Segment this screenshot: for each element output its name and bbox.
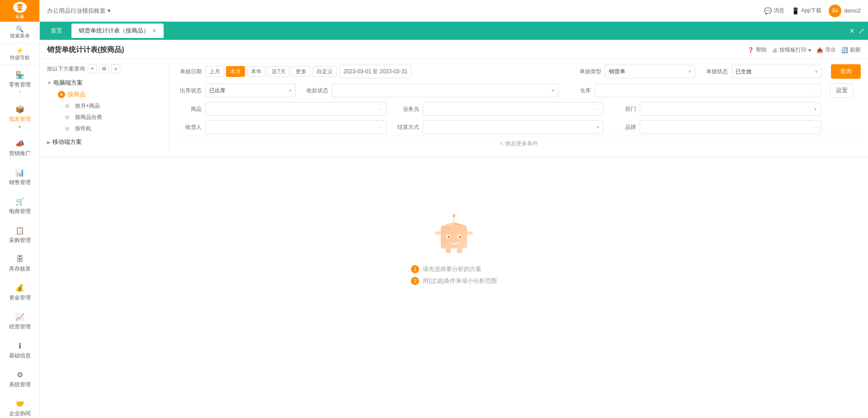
scheme-settings-btn[interactable]: ⚙: [99, 64, 108, 73]
sidebar-item-operation[interactable]: 📈 经营管理: [0, 307, 39, 336]
tab-close-stats[interactable]: ✕: [152, 28, 156, 34]
refresh-icon: 🔄: [841, 47, 848, 53]
message-icon: 💬: [764, 7, 772, 14]
doc-type-input[interactable]: 销货单 ▾: [605, 65, 695, 78]
scheme-tree: ▼ 电脑端方案 ● 按商品 ⊞ 按月+商品 ⊞: [47, 77, 163, 148]
tab-maximize-btn[interactable]: ⤢: [859, 27, 864, 35]
doc-status-dropdown-icon: ▾: [815, 69, 818, 75]
salesperson-more-icon: ···: [595, 106, 599, 112]
sales-icon: 📊: [15, 168, 24, 177]
subitem-icon-1: ⊞: [65, 103, 72, 109]
logo-text: 标赢: [15, 14, 24, 20]
filter-fields-panel: 单据日期 上月 本月 本年 近7天 更多 自定义 2023-: [169, 64, 861, 151]
svg-rect-5: [446, 248, 451, 253]
tab-close-window-btn[interactable]: ✕: [849, 27, 855, 35]
scheme-item-by-driver[interactable]: ⊞ 按司机: [47, 123, 163, 134]
sidebar-item-retail[interactable]: 🏪 零售管理 ▼: [0, 65, 39, 100]
filter-row-2: 出库状态 已出库 ▾ 收款状态 ▾ 仓库 ···: [176, 83, 861, 98]
scheme-group-mobile: ▶ 移动端方案: [47, 136, 163, 148]
page-content: 销货单统计计表(按商品) ❓ 帮助 🖨 按模板打印 ▾ 📤 导出 🔄 刷新: [40, 40, 868, 418]
date-shortcuts: 上月 本月 本年 近7天 更多 自定义: [205, 66, 337, 77]
industry-title: 办公用品行业模拟账套 ▾: [47, 7, 111, 15]
tabbar: 首页 销货单统计计表（按商品） ✕ ✕ ⤢: [40, 22, 868, 40]
receipt-status-label: 收款状态: [303, 87, 328, 95]
empty-tips: 1 请先选择要分析的方案 2 用[过滤]条件来缩小分析范围: [411, 265, 496, 285]
scheme-item-by-month-product[interactable]: ⊞ 按月+商品: [47, 100, 163, 112]
sidebar-item-purchase[interactable]: 📋 采购管理: [0, 221, 39, 250]
settlement-input[interactable]: ▾: [423, 120, 604, 134]
warehouse-label: 仓库: [566, 87, 591, 95]
page-actions: ❓ 帮助 🖨 按模板打印 ▾ 📤 导出 🔄 刷新: [747, 46, 861, 54]
tip-num-1: 1: [411, 265, 419, 273]
collab-icon: 🤝: [15, 399, 24, 408]
sidebar-item-marketing[interactable]: 📣 营销推广: [0, 134, 39, 163]
tab-home[interactable]: 首页: [43, 24, 70, 38]
warehouse-input[interactable]: ···: [594, 84, 821, 97]
empty-tip-1: 1 请先选择要分析的方案: [411, 265, 496, 273]
sidebar-item-inventory[interactable]: 🗄 库存核算: [0, 250, 39, 278]
sidebar-search-menu[interactable]: 🔍 搜索菜单: [0, 22, 39, 43]
user-profile-btn[interactable]: Ea demo2: [829, 5, 861, 17]
mobile-group-caret: ▶: [47, 140, 51, 145]
export-icon: 📤: [816, 47, 823, 53]
sidebar-quick-nav[interactable]: ⚡ 快捷导航: [0, 43, 39, 65]
print-btn[interactable]: 🖨 按模板打印 ▾: [772, 46, 811, 54]
messages-btn[interactable]: 💬 消息: [764, 7, 784, 14]
svg-point-10: [453, 214, 456, 218]
out-status-input[interactable]: 已出库 ▾: [205, 84, 296, 97]
settings-btn[interactable]: 设置: [830, 83, 854, 98]
salesperson-label: 业务员: [394, 105, 419, 113]
date-value[interactable]: 2023-03-01 至 2023-03-31: [340, 65, 412, 78]
scheme-group-pc-header[interactable]: ▼ 电脑端方案: [47, 77, 163, 89]
collapse-conditions-btn[interactable]: ∧ 收起更多条件: [176, 136, 861, 151]
date-shortcut-7days[interactable]: 近7天: [268, 66, 290, 77]
topbar: 办公用品行业模拟账套 ▾ 💬 消息 📱 App下载 Ea demo2: [40, 0, 868, 22]
doc-status-input[interactable]: 已生效 ▾: [731, 65, 822, 78]
sidebar-item-wholesale[interactable]: 📦 批发管理 ▲: [0, 100, 39, 134]
refresh-btn[interactable]: 🔄 刷新: [841, 46, 861, 54]
scheme-group-mobile-header[interactable]: ▶ 移动端方案: [47, 136, 163, 148]
out-status-label: 出库状态: [176, 87, 202, 95]
date-shortcut-more[interactable]: 更多: [292, 66, 311, 77]
pc-group-caret: ▼: [47, 81, 52, 86]
date-shortcut-this-month[interactable]: 本月: [226, 66, 245, 77]
svg-rect-0: [441, 226, 467, 248]
date-shortcut-last-month[interactable]: 上月: [205, 66, 224, 77]
receipt-status-input[interactable]: ▾: [332, 84, 558, 97]
query-btn[interactable]: 查询: [831, 64, 861, 79]
topbar-right: 💬 消息 📱 App下载 Ea demo2: [764, 5, 861, 17]
help-btn[interactable]: ❓ 帮助: [747, 46, 767, 54]
sidebar-item-finance[interactable]: 💰 资金管理: [0, 278, 39, 307]
sidebar-item-ecommerce[interactable]: 🛒 电商管理: [0, 192, 39, 221]
empty-illustration: [431, 211, 476, 256]
date-shortcut-custom[interactable]: 自定义: [312, 66, 337, 77]
print-dropdown-icon: ▾: [808, 47, 811, 53]
scheme-add-btn[interactable]: +: [88, 64, 97, 73]
sidebar-item-collab[interactable]: 🤝 企业协同: [0, 394, 39, 418]
sidebar-menu: 🏪 零售管理 ▼ 📦 批发管理 ▲ 📣 营销推广 📊 销售管理 🛒 电商管理 📋…: [0, 65, 39, 418]
scheme-item-by-product[interactable]: ● 按商品: [47, 89, 163, 100]
product-input[interactable]: ···: [205, 102, 387, 116]
brand-input[interactable]: ···: [640, 120, 821, 134]
sidebar-item-basic[interactable]: ℹ 基础信息: [0, 336, 39, 365]
export-btn[interactable]: 📤 导出: [816, 46, 836, 54]
department-input[interactable]: ▾: [640, 102, 821, 116]
ecommerce-icon: 🛒: [15, 197, 24, 206]
date-label: 单据日期: [176, 68, 202, 76]
logo-icon: [13, 2, 27, 13]
scheme-group-pc: ▼ 电脑端方案 ● 按商品 ⊞ 按月+商品 ⊞: [47, 77, 163, 134]
receiver-label: 收货人: [176, 124, 202, 131]
doc-type-dropdown-icon: ▾: [689, 69, 691, 75]
tab-stats[interactable]: 销货单统计计表（按商品） ✕: [71, 24, 164, 38]
sidebar-item-system[interactable]: ⚙ 系统管理: [0, 365, 39, 394]
sidebar-item-sales[interactable]: 📊 销售管理: [0, 163, 39, 192]
sidebar-logo: 标赢: [0, 0, 39, 22]
app-download-btn[interactable]: 📱 App下载: [792, 7, 821, 14]
salesperson-input[interactable]: ···: [423, 102, 604, 116]
receiver-input[interactable]: ···: [205, 120, 387, 134]
scheme-item-by-category[interactable]: ⊞ 按商品分类: [47, 112, 163, 123]
product-more-icon: ···: [378, 106, 382, 112]
scheme-collapse-btn[interactable]: «: [111, 64, 120, 73]
date-shortcut-this-year[interactable]: 本年: [247, 66, 266, 77]
avatar: Ea: [829, 5, 841, 17]
